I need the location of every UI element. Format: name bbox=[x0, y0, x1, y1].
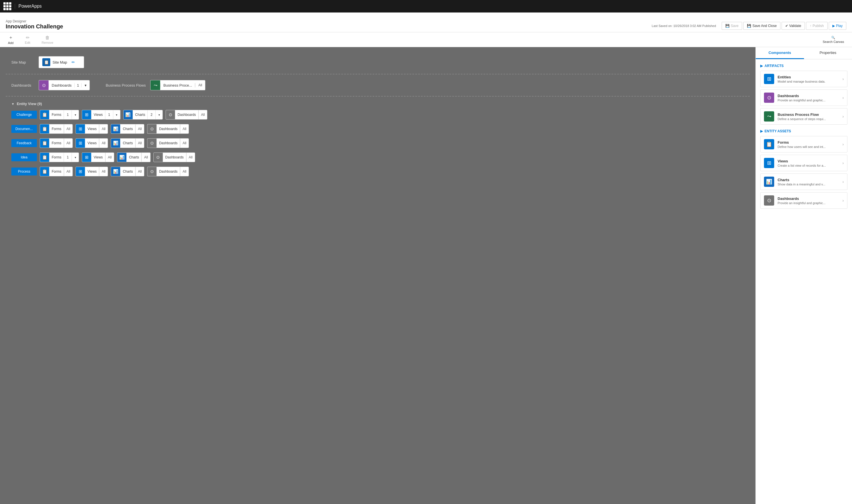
search-icon: 🔍 bbox=[831, 36, 835, 39]
bpf-all: All bbox=[195, 83, 205, 87]
forms-icon: 📋 bbox=[40, 153, 49, 162]
views-icon: ⊞ bbox=[82, 110, 91, 119]
forms-dropdown[interactable]: ▾ bbox=[72, 110, 79, 119]
charts-dropdown[interactable]: ▾ bbox=[156, 110, 162, 119]
artifact-card-entities[interactable]: ⊞ Entities Model and manage business dat… bbox=[760, 71, 848, 87]
asset-card-forms[interactable]: 📋 Forms Define how users will see and in… bbox=[760, 136, 848, 152]
add-button[interactable]: ＋ Add bbox=[6, 34, 16, 46]
forms-all: All bbox=[64, 167, 72, 176]
card-arrow-icon: › bbox=[842, 142, 844, 146]
tab-components[interactable]: Components bbox=[756, 47, 804, 59]
entity-name-button[interactable]: Process bbox=[11, 167, 37, 176]
charts-count: 2 bbox=[148, 110, 156, 119]
entity-row: Process📋FormsAll⊞ViewsAll📊ChartsAll⊙Dash… bbox=[6, 164, 750, 179]
card-arrow-icon: › bbox=[842, 161, 844, 165]
card-desc: Define a sequence of steps requi... bbox=[778, 117, 839, 121]
entity-view-chevron[interactable]: ▼ bbox=[11, 102, 15, 106]
card-title: Forms bbox=[778, 140, 839, 145]
views-label: Views bbox=[85, 167, 99, 176]
charts-all: All bbox=[141, 153, 150, 162]
artifacts-chevron-icon: ▶ bbox=[760, 64, 763, 68]
bpf-label: Business Process Flows bbox=[106, 83, 146, 88]
card-text: Entities Model and manage business data. bbox=[778, 75, 839, 83]
last-saved-text: Last Saved on :10/26/2018 3:02 AM Publis… bbox=[652, 24, 716, 28]
save-and-close-button[interactable]: 💾 Save And Close bbox=[743, 22, 780, 30]
card-icon: ⊙ bbox=[764, 93, 774, 103]
dashboards-label: Dashboards bbox=[157, 139, 180, 148]
separator-1 bbox=[6, 74, 750, 74]
dashboards-count: 1 bbox=[75, 83, 81, 88]
edit-button[interactable]: ✏ Edit bbox=[23, 34, 33, 46]
card-text: Views Create a list view of records for … bbox=[778, 159, 839, 167]
validate-button[interactable]: ✔ Validate bbox=[782, 22, 805, 30]
views-tile: ⊞ViewsAll bbox=[75, 124, 108, 134]
dashboards-name: Dashboards bbox=[49, 83, 75, 88]
card-text: Forms Define how users will see and int.… bbox=[778, 140, 839, 148]
forms-tile: 📋FormsAll bbox=[40, 124, 73, 134]
dashboards-dropdown[interactable]: ▾ bbox=[81, 80, 89, 90]
card-icon: 📋 bbox=[764, 139, 774, 149]
dashboards-icon: ⊙ bbox=[147, 139, 157, 148]
waffle-icon[interactable] bbox=[3, 2, 11, 10]
entity-name-button[interactable]: Feedback bbox=[11, 139, 37, 147]
asset-card-dashboards[interactable]: ⊙ Dashboards Provide an insightful and g… bbox=[760, 192, 848, 209]
views-dropdown[interactable]: ▾ bbox=[113, 110, 120, 119]
dashboards-icon: ⊙ bbox=[153, 153, 163, 162]
dashboards-tile: ⊙DashboardsAll bbox=[147, 138, 189, 148]
play-button[interactable]: ▶ Play bbox=[829, 22, 846, 30]
forms-label: Forms bbox=[49, 110, 64, 119]
main-content: Site Map 📋 Site Map ✏ Dashboards ⊙ Dashb… bbox=[0, 47, 852, 504]
entity-assets-container: 📋 Forms Define how users will see and in… bbox=[760, 136, 848, 209]
card-desc: Define how users will see and int... bbox=[778, 145, 839, 148]
artifacts-container: ⊞ Entities Model and manage business dat… bbox=[760, 71, 848, 125]
entity-name-button[interactable]: Idea bbox=[11, 153, 37, 161]
entity-row: Documen...📋FormsAll⊞ViewsAll📊ChartsAll⊙D… bbox=[6, 122, 750, 136]
forms-count: 1 bbox=[64, 153, 72, 162]
forms-label: Forms bbox=[49, 124, 64, 133]
forms-icon: 📋 bbox=[40, 167, 49, 176]
card-icon: ⊞ bbox=[764, 74, 774, 84]
charts-label: Charts bbox=[133, 110, 148, 119]
dashboards-row: Dashboards ⊙ Dashboards 1 ▾ Business Pro… bbox=[6, 77, 750, 94]
forms-count: 1 bbox=[64, 110, 72, 119]
artifact-card-business-process-flow[interactable]: ⤳ Business Process Flow Define a sequenc… bbox=[760, 108, 848, 125]
dashboards-icon: ⊙ bbox=[39, 80, 49, 90]
card-title: Business Process Flow bbox=[778, 112, 839, 117]
canvas-area: Site Map 📋 Site Map ✏ Dashboards ⊙ Dashb… bbox=[0, 47, 756, 504]
site-map-tile[interactable]: 📋 Site Map ✏ bbox=[39, 56, 84, 68]
forms-tile: 📋Forms1▾ bbox=[40, 152, 79, 162]
charts-icon: 📊 bbox=[111, 139, 120, 148]
dashboards-icon: ⊙ bbox=[147, 167, 157, 176]
edit-pencil-icon[interactable]: ✏ bbox=[72, 60, 75, 65]
dashboards-all: All bbox=[199, 110, 207, 119]
remove-button[interactable]: 🗑 Remove bbox=[39, 34, 56, 46]
bpf-tile: ⤳ Business Proce... All bbox=[150, 80, 205, 90]
toolbar: ＋ Add ✏ Edit 🗑 Remove 🔍 Search Canvas bbox=[0, 32, 852, 47]
card-arrow-icon: › bbox=[842, 198, 844, 203]
forms-icon: 📋 bbox=[40, 139, 49, 148]
entity-name-button[interactable]: Challenge bbox=[11, 111, 37, 119]
publish-button[interactable]: ↑ Publish bbox=[806, 22, 827, 30]
card-arrow-icon: › bbox=[842, 114, 844, 119]
site-map-label: Site Map bbox=[11, 60, 34, 65]
add-icon: ＋ bbox=[8, 35, 13, 41]
forms-icon: 📋 bbox=[40, 110, 49, 119]
card-desc: Provide an insightful and graphic... bbox=[778, 98, 839, 102]
search-canvas-button[interactable]: 🔍 Search Canvas bbox=[820, 35, 846, 44]
forms-all: All bbox=[64, 139, 72, 148]
asset-card-charts[interactable]: 📊 Charts Show data in a meaningful and v… bbox=[760, 174, 848, 190]
forms-dropdown[interactable]: ▾ bbox=[72, 153, 79, 162]
entity-name-button[interactable]: Documen... bbox=[11, 125, 37, 133]
edit-icon: ✏ bbox=[26, 35, 30, 40]
views-tile: ⊞ViewsAll bbox=[75, 167, 108, 176]
tab-properties[interactable]: Properties bbox=[804, 47, 852, 59]
artifact-card-dashboards[interactable]: ⊙ Dashboards Provide an insightful and g… bbox=[760, 89, 848, 106]
views-icon: ⊞ bbox=[76, 139, 85, 148]
card-text: Business Process Flow Define a sequence … bbox=[778, 112, 839, 121]
dashboards-all: All bbox=[180, 167, 188, 176]
charts-all: All bbox=[135, 139, 144, 148]
asset-card-views[interactable]: ⊞ Views Create a list view of records fo… bbox=[760, 155, 848, 171]
dashboards-tile: ⊙ Dashboards 1 ▾ bbox=[39, 80, 90, 90]
views-all: All bbox=[105, 153, 114, 162]
save-button[interactable]: 💾 Save bbox=[722, 22, 742, 30]
